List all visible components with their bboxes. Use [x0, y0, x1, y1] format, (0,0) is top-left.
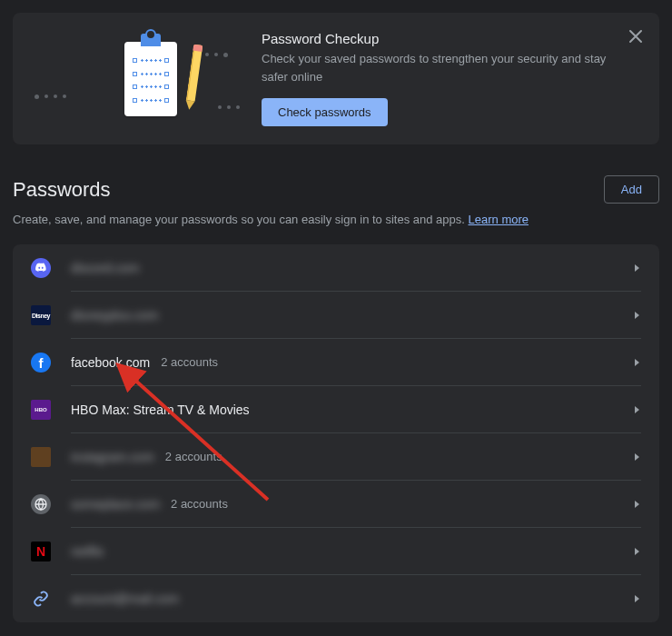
section-description: Create, save, and manage your passwords … — [13, 213, 659, 226]
chevron-right-icon — [634, 260, 641, 276]
page-title: Passwords — [13, 178, 111, 202]
globe-icon — [31, 494, 51, 514]
password-list: discord.comDisneydisneyplus.comffacebook… — [13, 244, 659, 622]
password-row[interactable]: discord.com — [31, 244, 641, 292]
password-site-name: someplace.com — [71, 497, 160, 512]
chevron-right-icon — [634, 354, 641, 371]
password-row[interactable]: Nnetflix — [31, 528, 641, 575]
close-icon — [628, 29, 643, 44]
password-row[interactable]: someplace.com2 accounts — [31, 481, 641, 528]
generic1-icon — [31, 447, 51, 467]
password-row[interactable]: instagram.com2 accounts — [31, 433, 641, 481]
netflix-icon: N — [31, 542, 51, 561]
hbo-icon: HBO — [31, 400, 51, 420]
banner-text: Password Checkup Check your saved passwo… — [262, 31, 639, 126]
chevron-right-icon — [634, 402, 641, 418]
banner-description: Check your saved passwords to strengthen… — [262, 50, 607, 85]
chevron-right-icon — [634, 449, 641, 465]
add-password-button[interactable]: Add — [604, 175, 659, 204]
password-row[interactable]: Disneydisneyplus.com — [31, 292, 641, 339]
password-site-name: account@mail.com — [71, 591, 179, 606]
password-site-name: HBO Max: Stream TV & Movies — [71, 402, 250, 417]
password-accounts-count: 2 accounts — [161, 355, 218, 369]
chevron-right-icon — [634, 307, 641, 323]
password-site-name: netflix — [71, 544, 104, 559]
password-site-name: instagram.com — [71, 450, 154, 464]
chevron-right-icon — [634, 496, 641, 512]
check-passwords-button[interactable]: Check passwords — [262, 98, 388, 126]
close-banner-button[interactable] — [625, 25, 647, 47]
password-site-name: facebook.com — [71, 355, 150, 370]
password-accounts-count: 2 accounts — [171, 497, 228, 511]
password-accounts-count: 2 accounts — [165, 450, 222, 463]
password-site-name: discord.com — [71, 261, 139, 275]
chevron-right-icon — [634, 591, 641, 607]
password-row[interactable]: ffacebook.com2 accounts — [31, 339, 641, 386]
banner-title: Password Checkup — [262, 31, 639, 46]
facebook-icon: f — [31, 353, 51, 373]
password-checkup-banner: Password Checkup Check your saved passwo… — [13, 13, 659, 144]
password-row[interactable]: account@mail.com — [31, 575, 641, 622]
discord-icon — [31, 258, 51, 278]
chevron-right-icon — [634, 543, 641, 560]
disney-icon: Disney — [31, 305, 51, 325]
learn-more-link[interactable]: Learn more — [469, 213, 529, 226]
password-site-name: disneyplus.com — [71, 308, 159, 323]
password-row[interactable]: HBOHBO Max: Stream TV & Movies — [31, 386, 641, 433]
link-icon — [31, 589, 51, 609]
banner-illustration — [40, 42, 262, 116]
passwords-section-header: Passwords Add — [13, 175, 659, 204]
